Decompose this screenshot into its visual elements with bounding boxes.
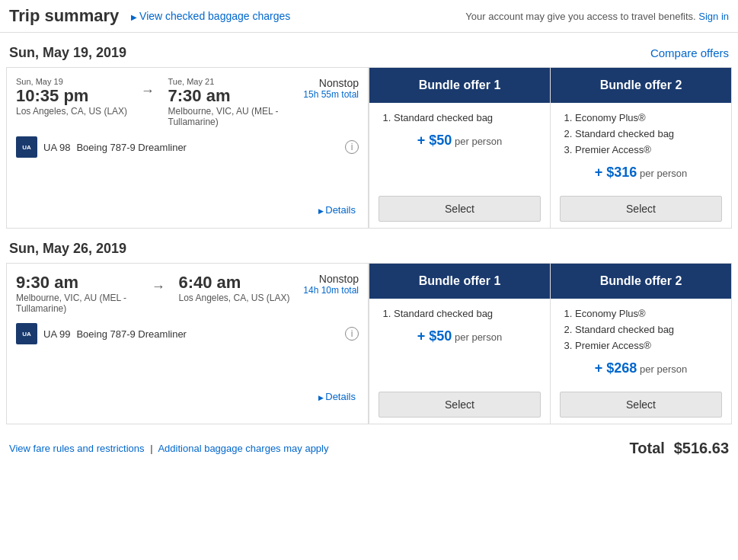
section-1-bundle2-per-person: per person xyxy=(640,168,687,179)
section-2-nonstop: Nonstop xyxy=(303,273,359,285)
section-1: Sun, May 19, 2019 Compare offers Sun, Ma… xyxy=(0,39,738,229)
account-text: Your account may give you access to trav… xyxy=(465,11,695,22)
section-1-bundle2-item-2: Standard checked bag xyxy=(575,128,719,139)
section-1-bundle1-select-button[interactable]: Select xyxy=(379,196,541,222)
section-1-bundle2-item-1: Economy Plus® xyxy=(575,112,719,123)
sign-in-link[interactable]: Sign in xyxy=(698,11,729,22)
section-1-arrow-icon: → xyxy=(141,83,155,99)
top-bar-right: Your account may give you access to trav… xyxy=(465,11,729,22)
section-1-arr-city: Melbourne, VIC, AU (MEL - Tullamarine) xyxy=(168,106,290,127)
section-2-arr: 6:40 am Los Angeles, CA, US (LAX) xyxy=(178,273,289,303)
section-1-flight-number: UA 98 xyxy=(43,142,70,153)
section-1-bundle1-per-person: per person xyxy=(455,136,502,147)
section-1-flight-info: Sun, May 19 10:35 pm Los Angeles, CA, US… xyxy=(7,68,369,228)
top-bar-left: Trip summary View checked baggage charge… xyxy=(9,6,290,26)
total-section: Total $516.63 xyxy=(630,440,729,457)
section-1-arr: Tue, May 21 7:30 am Melbourne, VIC, AU (… xyxy=(168,77,290,127)
section-2-bundle2-price: + $268 xyxy=(595,360,637,376)
section-1-bundle1-list: Standard checked bag xyxy=(382,112,538,123)
section-1-bundle2-select-row: Select xyxy=(551,190,731,228)
section-1-bundle2-price-row: + $316 per person xyxy=(563,165,719,181)
total-amount: $516.63 xyxy=(674,440,729,456)
section-2-bundle1-select-button[interactable]: Select xyxy=(379,392,541,418)
section-1-duration: 15h 55m total xyxy=(303,89,359,100)
section-2-arr-city: Los Angeles, CA, US (LAX) xyxy=(178,293,289,303)
section-1-info-icon[interactable]: i xyxy=(345,140,359,154)
section-2-bundle2-list: Economy Plus® Standard checked bag Premi… xyxy=(563,308,719,351)
section-1-bundle1-select-row: Select xyxy=(369,190,550,228)
section-2-bundle1-select-row: Select xyxy=(369,386,550,424)
section-2-flight-times: 9:30 am Melbourne, VIC, AU (MEL - Tullam… xyxy=(16,273,359,314)
section-2-bundle1: Bundle offer 1 Standard checked bag + $5… xyxy=(369,264,550,424)
section-1-arr-time: 7:30 am xyxy=(168,86,290,106)
section-1-bundle1-item-1: Standard checked bag xyxy=(394,112,538,123)
section-2-bundle1-list: Standard checked bag xyxy=(382,308,538,319)
section-1-bundle2-price: + $316 xyxy=(595,165,637,180)
section-1-bundle2-select-button[interactable]: Select xyxy=(560,196,722,222)
section-2-date: Sun, May 26, 2019 xyxy=(9,241,126,257)
section-2-bundle2-per-person: per person xyxy=(640,363,687,375)
section-1-nonstop-col: Nonstop 15h 55m total xyxy=(303,77,359,100)
footer-links: View fare rules and restrictions | Addit… xyxy=(9,443,328,454)
footer-separator: | xyxy=(150,443,152,454)
baggage-charges-link[interactable]: View checked baggage charges xyxy=(131,10,290,22)
section-1-airline-logo: UA xyxy=(16,136,37,158)
section-1-date-row: Sun, May 19, 2019 Compare offers xyxy=(0,39,738,67)
section-1-dep-time: 10:35 pm xyxy=(16,86,127,106)
section-2-details-link-row: Details xyxy=(16,344,359,402)
section-1-bundle1-price: + $50 xyxy=(417,133,452,148)
section-1-bundle2-item-3: Premier Access® xyxy=(575,144,719,155)
section-1-details-row: UA UA 98 Boeing 787-9 Dreamliner i xyxy=(16,136,359,158)
section-2-bundle1-per-person: per person xyxy=(455,331,502,343)
section-2-bundle2-item-3: Premier Access® xyxy=(575,340,719,351)
section-1-flight-panel: Sun, May 19 10:35 pm Los Angeles, CA, US… xyxy=(6,67,732,229)
section-1-bundle1-body: Standard checked bag + $50 per person xyxy=(369,103,550,190)
compare-offers-link[interactable]: Compare offers xyxy=(650,46,729,59)
section-2-dep-time: 9:30 am xyxy=(16,273,138,293)
section-1-bundle2-body: Economy Plus® Standard checked bag Premi… xyxy=(551,103,731,190)
section-2-bundle2-item-1: Economy Plus® xyxy=(575,308,719,319)
section-2: Sun, May 26, 2019 9:30 am Melbourne, VIC… xyxy=(0,235,738,424)
section-2-bundle1-price-row: + $50 per person xyxy=(382,328,538,344)
section-1-flight-times: Sun, May 19 10:35 pm Los Angeles, CA, US… xyxy=(16,77,359,127)
section-2-details-link[interactable]: Details xyxy=(318,391,356,402)
section-1-bundle2-header: Bundle offer 2 xyxy=(551,68,731,103)
section-2-arr-time: 6:40 am xyxy=(178,273,289,293)
section-2-bundle1-item-1: Standard checked bag xyxy=(394,308,538,319)
section-1-bundle1: Bundle offer 1 Standard checked bag + $5… xyxy=(369,68,550,228)
section-2-bundle2: Bundle offer 2 Economy Plus® Standard ch… xyxy=(550,264,731,424)
fare-rules-link[interactable]: View fare rules and restrictions xyxy=(9,443,145,454)
top-bar: Trip summary View checked baggage charge… xyxy=(0,0,738,33)
section-1-bundle2: Bundle offer 2 Economy Plus® Standard ch… xyxy=(550,68,731,228)
section-2-bundle2-body: Economy Plus® Standard checked bag Premi… xyxy=(551,299,731,386)
page-title: Trip summary xyxy=(9,6,119,26)
section-2-flight-panel: 9:30 am Melbourne, VIC, AU (MEL - Tullam… xyxy=(6,263,732,424)
section-1-arr-date: Tue, May 21 xyxy=(168,77,290,86)
section-2-duration: 14h 10m total xyxy=(303,285,359,296)
section-1-details-link[interactable]: Details xyxy=(318,204,356,216)
section-2-bundle2-item-2: Standard checked bag xyxy=(575,324,719,335)
section-1-details-link-row: Details xyxy=(16,158,359,216)
section-1-date: Sun, May 19, 2019 xyxy=(9,45,126,61)
section-2-bundle2-header: Bundle offer 2 xyxy=(551,264,731,299)
section-1-bundle1-header: Bundle offer 1 xyxy=(369,68,550,103)
section-1-bundle1-price-row: + $50 per person xyxy=(382,133,538,149)
section-2-bundle1-body: Standard checked bag + $50 per person xyxy=(369,299,550,386)
section-1-aircraft: Boeing 787-9 Dreamliner xyxy=(76,142,187,153)
section-2-arrow-icon: → xyxy=(152,279,165,295)
section-2-flight-info: 9:30 am Melbourne, VIC, AU (MEL - Tullam… xyxy=(7,264,369,424)
section-2-dep-city: Melbourne, VIC, AU (MEL - Tullamarine) xyxy=(16,293,138,314)
section-1-dep: Sun, May 19 10:35 pm Los Angeles, CA, US… xyxy=(16,77,127,117)
baggage-charges-footer-link[interactable]: Additional baggage charges may apply xyxy=(158,443,328,454)
section-2-dep: 9:30 am Melbourne, VIC, AU (MEL - Tullam… xyxy=(16,273,138,314)
total-label: Total xyxy=(630,440,665,456)
section-1-dep-date: Sun, May 19 xyxy=(16,77,127,86)
section-2-bundle2-price-row: + $268 per person xyxy=(563,360,719,376)
section-2-flight-number: UA 99 xyxy=(43,328,70,340)
section-2-info-icon[interactable]: i xyxy=(345,327,359,341)
section-2-bundle2-select-button[interactable]: Select xyxy=(560,392,722,418)
section-2-airline-logo: UA xyxy=(16,323,37,344)
section-2-nonstop-col: Nonstop 14h 10m total xyxy=(303,273,359,296)
section-2-details-row: UA UA 99 Boeing 787-9 Dreamliner i xyxy=(16,323,359,344)
section-1-nonstop: Nonstop xyxy=(303,77,359,89)
